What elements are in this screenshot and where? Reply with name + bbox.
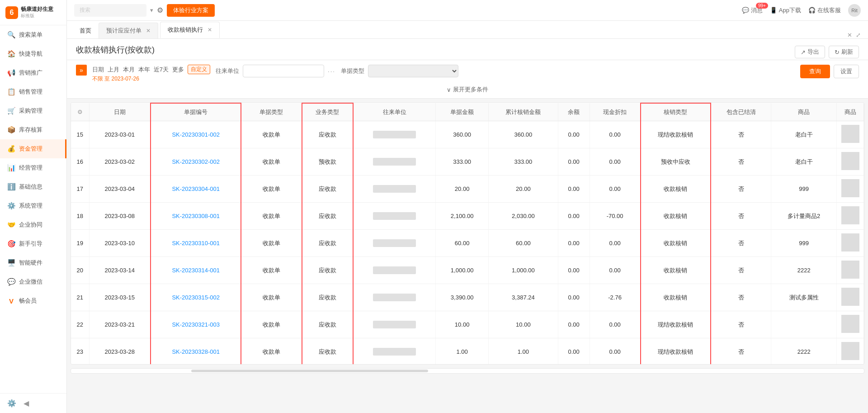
doc-no-link[interactable]: SK-20230304-001 xyxy=(172,185,220,192)
system-icon: ⚙️ xyxy=(7,202,15,210)
cell-doc-amount: 1.00 xyxy=(436,338,489,365)
query-button[interactable]: 查询 xyxy=(800,65,830,78)
cell-balance: 0.00 xyxy=(558,176,590,203)
cell-doc-amount: 3,390.00 xyxy=(436,284,489,311)
app-download-area[interactable]: 📱 App下载 xyxy=(770,6,801,14)
topbar: 搜索 ▾ ⚙ 体验行业方案 💬 消息 99+ 📱 App下载 🎧 在线客服 Ri… xyxy=(67,0,868,21)
cell-counterparty: ██████ xyxy=(353,257,436,284)
settings-footer-icon[interactable]: ⚙️ xyxy=(7,399,16,408)
table-row[interactable]: 22 2023-03-21 SK-20230321-003 收款单 应收款 ██… xyxy=(71,311,864,338)
col-doc-no-header: 单据编号 xyxy=(151,103,241,121)
tab-writeoff-close-icon[interactable]: ✕ xyxy=(208,27,212,33)
close-tab-icon[interactable]: ✕ xyxy=(847,32,852,38)
table-row[interactable]: 16 2023-03-02 SK-20230302-002 收款单 预收款 ██… xyxy=(71,148,864,176)
sidebar-item-marketing[interactable]: 📢 营销推广 xyxy=(0,63,66,82)
sidebar-item-enterprise[interactable]: 🤝 企业协同 xyxy=(0,215,66,234)
table-row[interactable]: 17 2023-03-04 SK-20230304-001 收款单 应收款 ██… xyxy=(71,176,864,203)
cell-doc-no: SK-20230302-002 xyxy=(151,148,241,176)
date-opt-last-month[interactable]: 上月 xyxy=(108,66,119,74)
doc-no-link[interactable]: SK-20230321-003 xyxy=(172,321,220,328)
doc-no-link[interactable]: SK-20230328-001 xyxy=(172,348,220,355)
cell-date: 2023-03-02 xyxy=(89,148,151,176)
dropdown-arrow-icon[interactable]: ▾ xyxy=(150,7,153,14)
sidebar-item-finance[interactable]: 💰 资金管理 xyxy=(0,139,66,158)
online-service-area[interactable]: 🎧 在线客服 xyxy=(808,6,841,14)
cell-seq: 18 xyxy=(71,203,89,230)
sidebar-item-hardware[interactable]: 🖥️ 智能硬件 xyxy=(0,253,66,272)
sidebar-item-inventory[interactable]: 📦 库存核算 xyxy=(0,120,66,139)
doc-no-link[interactable]: SK-20230301-002 xyxy=(172,131,220,138)
date-opt-this-month[interactable]: 本月 xyxy=(123,66,135,74)
table-row[interactable]: 23 2023-03-28 SK-20230328-001 收款单 应收款 ██… xyxy=(71,338,864,365)
gear-icon[interactable]: ⚙ xyxy=(157,6,163,14)
counterparty-input[interactable] xyxy=(243,65,324,77)
table-settings-icon[interactable]: ⚙ xyxy=(77,109,83,115)
date-opt-custom[interactable]: 自定义 xyxy=(188,65,210,74)
cell-writeoff-amount: 60.00 xyxy=(488,230,558,257)
doc-type-select[interactable] xyxy=(368,65,458,77)
logo-sub: 标推版 xyxy=(21,13,53,19)
sidebar-item-operation[interactable]: 📊 经营管理 xyxy=(0,158,66,177)
cell-doc-no: SK-20230328-001 xyxy=(151,338,241,365)
tab-writeoff[interactable]: 收款核销执行 ✕ xyxy=(160,22,220,38)
table-row[interactable]: 20 2023-03-14 SK-20230314-001 收款单 应收款 ██… xyxy=(71,257,864,284)
table-scroll-container[interactable]: ⚙ 日期 单据编号 单据类型 业务类型 往来单位 单据金额 累计核销金额 余额 … xyxy=(71,102,864,365)
sidebar-item-basic[interactable]: ℹ️ 基础信息 xyxy=(0,177,66,196)
table-row[interactable]: 21 2023-03-15 SK-20230315-002 收款单 应收款 ██… xyxy=(71,284,864,311)
date-opt-this-year[interactable]: 本年 xyxy=(138,66,150,74)
cell-writeoff-type: 收款核销 xyxy=(641,176,711,203)
notification-area[interactable]: 💬 消息 99+ xyxy=(742,6,763,14)
sidebar-item-guide[interactable]: 🎯 新手引导 xyxy=(0,234,66,253)
basic-icon: ℹ️ xyxy=(7,183,15,191)
cell-product2 xyxy=(837,338,864,365)
doc-no-link[interactable]: SK-20230302-002 xyxy=(172,158,220,165)
cell-include-settled: 否 xyxy=(711,338,771,365)
doc-no-link[interactable]: SK-20230310-001 xyxy=(172,240,220,247)
horizontal-scrollbar[interactable] xyxy=(71,368,864,374)
cell-balance: 0.00 xyxy=(558,284,590,311)
scrollbar-thumb[interactable] xyxy=(191,370,428,372)
maximize-icon[interactable]: ⤢ xyxy=(856,32,861,38)
sidebar-item-purchase[interactable]: 🛒 采购管理 xyxy=(0,101,66,120)
table-row[interactable]: 15 2023-03-01 SK-20230301-002 收款单 应收款 ██… xyxy=(71,121,864,148)
expand-filter-area[interactable]: ∨ 展开更多条件 xyxy=(76,85,859,94)
filter-toggle-button[interactable]: » xyxy=(76,65,87,76)
tab-home[interactable]: 首页 xyxy=(74,23,97,38)
topbar-search[interactable]: 搜索 xyxy=(74,4,146,17)
refresh-icon: ↻ xyxy=(835,49,840,56)
user-avatar[interactable]: Rit xyxy=(848,4,861,17)
tab-close-icon[interactable]: ✕ xyxy=(146,28,151,34)
expand-filter-label[interactable]: ∨ 展开更多条件 xyxy=(447,85,488,94)
date-opt-more[interactable]: 更多 xyxy=(172,66,184,74)
date-opt-7days[interactable]: 近7天 xyxy=(154,66,169,74)
doc-no-link[interactable]: SK-20230314-001 xyxy=(172,267,220,274)
sidebar-item-wechat[interactable]: 💬 企业微信 xyxy=(0,272,66,291)
table-row[interactable]: 18 2023-03-08 SK-20230308-001 收款单 应收款 ██… xyxy=(71,203,864,230)
refresh-button[interactable]: ↻ 刷新 xyxy=(829,46,859,58)
table-row[interactable]: 19 2023-03-10 SK-20230310-001 收款单 应收款 ██… xyxy=(71,230,864,257)
industry-solution-button[interactable]: 体验行业方案 xyxy=(167,4,215,17)
sidebar-item-label: 新手引导 xyxy=(19,240,42,248)
sidebar-item-search[interactable]: 🔍 搜索菜单 xyxy=(0,25,66,44)
collapse-icon[interactable]: ◀ xyxy=(24,399,29,408)
doc-no-link[interactable]: SK-20230315-002 xyxy=(172,294,220,301)
export-button[interactable]: ↗ 导出 xyxy=(795,46,825,58)
cell-counterparty: ██████ xyxy=(353,230,436,257)
cell-doc-no: SK-20230308-001 xyxy=(151,203,241,230)
sidebar-item-shortcut[interactable]: 🏠 快捷导航 xyxy=(0,44,66,63)
doc-no-link[interactable]: SK-20230308-001 xyxy=(172,213,220,219)
topbar-right: 💬 消息 99+ 📱 App下载 🎧 在线客服 Rit xyxy=(742,4,861,17)
sidebar-item-sales[interactable]: 📋 销售管理 xyxy=(0,82,66,101)
chevron-down-icon: ∨ xyxy=(447,86,451,93)
cell-doc-no: SK-20230314-001 xyxy=(151,257,241,284)
cell-date: 2023-03-04 xyxy=(89,176,151,203)
tab-payable[interactable]: 预计应应付单 ✕ xyxy=(99,23,158,38)
sidebar-item-label: 经营管理 xyxy=(19,164,42,172)
sidebar-item-member[interactable]: V 畅会员 xyxy=(0,291,66,310)
col-settings-header[interactable]: ⚙ xyxy=(71,103,89,121)
sidebar-item-system[interactable]: ⚙️ 系统管理 xyxy=(0,196,66,215)
cell-date: 2023-03-21 xyxy=(89,311,151,338)
cell-biz-type: 应收款 xyxy=(302,338,353,365)
setting-button[interactable]: 设置 xyxy=(834,65,859,78)
cell-cash-discount: 0.00 xyxy=(590,338,641,365)
